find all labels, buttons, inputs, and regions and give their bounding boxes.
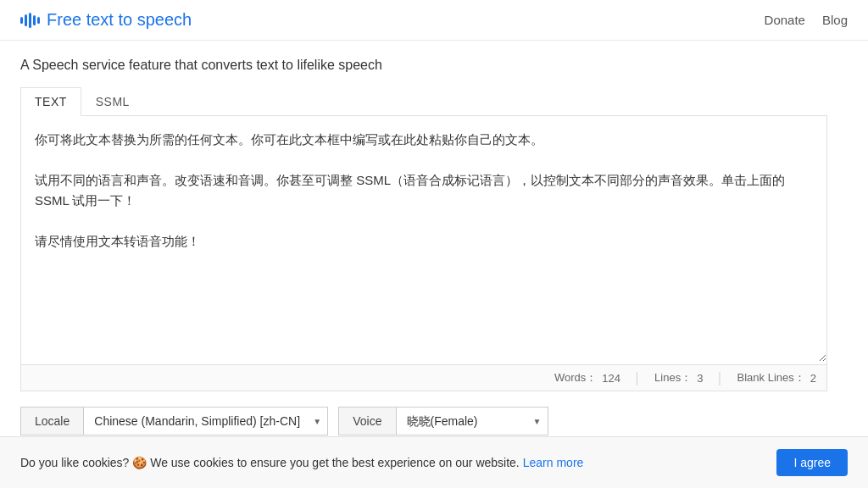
locale-select[interactable]: Chinese (Mandarin, Simplified) [zh-CN] E…	[83, 407, 328, 435]
tab-ssml[interactable]: SSML	[81, 86, 144, 115]
subtitle: A Speech service feature that converts t…	[20, 58, 827, 73]
logo-area: Free text to speech	[20, 10, 192, 30]
words-stat: Words： 124	[554, 370, 620, 385]
lines-value: 3	[697, 372, 703, 385]
blank-lines-label: Blank Lines：	[737, 370, 805, 385]
textarea-container: Words： 124 │ Lines： 3 │ Blank Lines： 2	[20, 116, 827, 391]
logo-icon	[20, 13, 40, 28]
tabs: TEXT SSML	[20, 86, 827, 116]
cookie-banner: Do you like cookies? 🍪 We use cookies to…	[0, 436, 868, 461]
lines-label: Lines：	[654, 370, 692, 385]
blank-lines-stat: Blank Lines： 2	[737, 370, 816, 385]
cookie-learn-more-link[interactable]: Learn more	[523, 456, 584, 461]
voice-label: Voice	[338, 407, 395, 435]
textarea-footer: Words： 124 │ Lines： 3 │ Blank Lines： 2	[21, 364, 826, 391]
locale-control: Locale Chinese (Mandarin, Simplified) [z…	[20, 407, 328, 435]
words-value: 124	[602, 372, 620, 385]
donate-link[interactable]: Donate	[765, 13, 805, 27]
voice-control: Voice 晓晓(Female) 云扬(Male)	[338, 407, 548, 435]
tab-text[interactable]: TEXT	[20, 87, 81, 116]
header: Free text to speech Donate Blog	[0, 0, 868, 41]
locale-label: Locale	[20, 407, 83, 435]
lines-stat: Lines： 3	[654, 370, 703, 385]
main-content: A Speech service feature that converts t…	[0, 41, 848, 461]
voice-select-wrapper: 晓晓(Female) 云扬(Male)	[396, 407, 548, 435]
blank-lines-value: 2	[810, 372, 816, 385]
cookie-agree-button[interactable]: I agree	[776, 449, 848, 461]
cookie-text: Do you like cookies? 🍪 We use cookies to…	[20, 456, 770, 461]
cookie-message: Do you like cookies? 🍪 We use cookies to…	[20, 456, 520, 461]
divider-1: │	[634, 372, 641, 385]
locale-select-wrapper: Chinese (Mandarin, Simplified) [zh-CN] E…	[83, 407, 328, 435]
divider-2: │	[716, 372, 723, 385]
voice-select[interactable]: 晓晓(Female) 云扬(Male)	[396, 407, 548, 435]
header-nav: Donate Blog	[765, 13, 848, 27]
text-input[interactable]	[21, 116, 826, 362]
blog-link[interactable]: Blog	[822, 13, 848, 27]
words-label: Words：	[554, 370, 597, 385]
logo-text: Free text to speech	[47, 10, 192, 30]
